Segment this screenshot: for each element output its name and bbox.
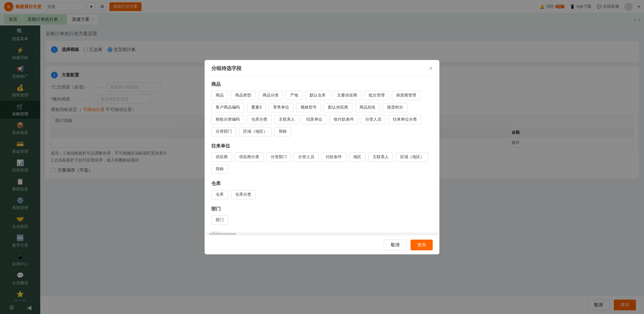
field-tag[interactable]: 仓库分类 xyxy=(231,190,256,199)
field-group-warehouse-title: 仓库 xyxy=(211,181,433,187)
field-tag[interactable]: 结算单位 xyxy=(302,115,327,124)
modal-dialog: 分组待选字段 × 商品 商品 商品类型 商品分类 产地 默认仓库 主要供应商 批… xyxy=(205,60,439,254)
field-group-department-title: 部门 xyxy=(211,206,433,212)
field-tag[interactable]: 部门 xyxy=(211,215,228,225)
field-tag[interactable]: 仓库 xyxy=(211,190,228,199)
field-tag[interactable]: 规格型号 xyxy=(296,103,321,112)
scrollbar-thumb[interactable] xyxy=(209,233,236,235)
field-tag[interactable]: 简称 xyxy=(274,127,291,136)
field-group-product-title: 商品 xyxy=(211,81,433,87)
field-group-partner-title: 往来单位 xyxy=(211,143,433,149)
field-list-department: 部门 xyxy=(211,215,433,225)
field-tag[interactable]: 产地 xyxy=(286,91,303,100)
field-tag[interactable]: 重量3 xyxy=(247,103,266,112)
field-group-product: 商品 商品 商品类型 商品分类 产地 默认仓库 主要供应商 批次管理 保质期管理… xyxy=(211,81,433,136)
modal-cancel-button[interactable]: 取消 xyxy=(384,240,407,250)
field-tag[interactable]: 区域（地区） xyxy=(239,127,272,136)
field-group-warehouse: 仓库 仓库 仓库分类 xyxy=(211,181,433,199)
field-tag[interactable]: 分管人员 xyxy=(361,115,386,124)
modal-confirm-button[interactable]: 查询 xyxy=(411,240,433,250)
field-list-partner: 供应商 供应商分类 分管部门 分管人员 付款条件 地区 主联系人 区域（地区） … xyxy=(211,152,433,174)
field-tag[interactable]: 仓库分类 xyxy=(247,115,272,124)
field-tag[interactable]: 客户商品编码 xyxy=(211,103,244,112)
field-group-partner: 往来单位 供应商 供应商分类 分管部门 分管人员 付款条件 地区 主联系人 区域… xyxy=(211,143,433,174)
field-tag[interactable]: 默认仓库 xyxy=(305,91,330,100)
field-list-product: 商品 商品类型 商品分类 产地 默认仓库 主要供应商 批次管理 保质期管理 客户… xyxy=(211,91,433,136)
field-tag[interactable]: 商品类型 xyxy=(231,91,256,100)
modal-horizontal-scrollbar xyxy=(205,232,439,235)
field-tag[interactable]: 批次管理 xyxy=(364,91,389,100)
field-list-warehouse: 仓库 仓库分类 xyxy=(211,190,433,199)
field-tag[interactable]: 简称 xyxy=(211,165,228,174)
field-tag[interactable]: 主要供应商 xyxy=(333,91,362,100)
field-tag[interactable]: 分管部门 xyxy=(266,152,291,162)
field-tag[interactable]: 分管人员 xyxy=(294,152,319,162)
modal-footer: 取消 查询 xyxy=(205,235,439,254)
field-tag[interactable]: 保质期管理 xyxy=(392,91,421,100)
scrollbar-track xyxy=(206,233,438,235)
field-tag[interactable]: 区域（地区） xyxy=(396,152,429,162)
field-tag[interactable]: 收付款条件 xyxy=(329,115,358,124)
modal-header: 分组待选字段 × xyxy=(205,60,439,76)
modal-close-button[interactable]: × xyxy=(429,65,433,71)
modal-body: 商品 商品 商品类型 商品分类 产地 默认仓库 主要供应商 批次管理 保质期管理… xyxy=(205,76,439,233)
field-tag[interactable]: 主联系人 xyxy=(368,152,393,162)
field-tag[interactable]: 分管部门 xyxy=(211,127,236,136)
field-tag[interactable]: 税收分类编码 xyxy=(211,115,244,124)
field-tag[interactable]: 付款条件 xyxy=(321,152,346,162)
field-group-department: 部门 部门 xyxy=(211,206,433,225)
modal-title: 分组待选字段 xyxy=(211,65,241,72)
field-tag[interactable]: 拣货积分 xyxy=(383,103,408,112)
field-tag[interactable]: 供应商分类 xyxy=(235,152,264,162)
field-tag[interactable]: 零售单位 xyxy=(269,103,293,112)
field-tag[interactable]: 主联系人 xyxy=(274,115,299,124)
field-tag[interactable]: 供应商 xyxy=(211,152,232,162)
field-tag[interactable]: 默认供应商 xyxy=(324,103,353,112)
field-tag[interactable]: 商品分类 xyxy=(258,91,283,100)
field-tag[interactable]: 商品别名 xyxy=(355,103,380,112)
field-tag[interactable]: 地区 xyxy=(349,152,366,162)
field-tag[interactable]: 往来单位分类 xyxy=(388,115,421,124)
field-tag[interactable]: 商品 xyxy=(211,91,228,100)
modal-overlay: 分组待选字段 × 商品 商品 商品类型 商品分类 产地 默认仓库 主要供应商 批… xyxy=(0,0,644,314)
